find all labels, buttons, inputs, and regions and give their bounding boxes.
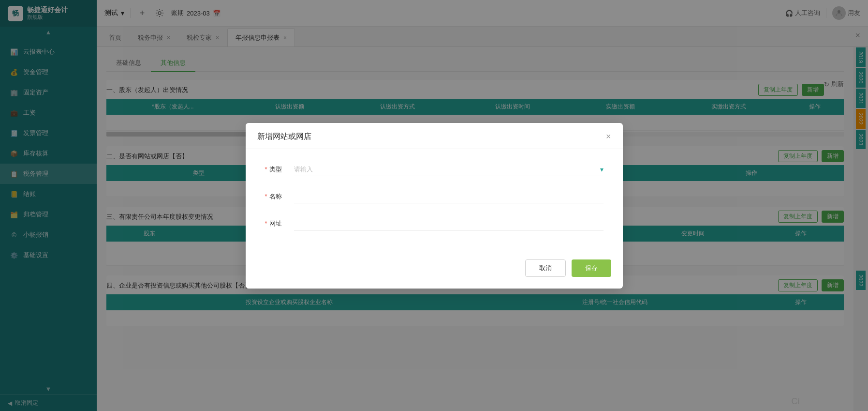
field-url-wrap <box>294 217 603 230</box>
modal-overlay: 新增网站或网店 × *类型 ▾ *名称 <box>0 0 868 411</box>
save-button[interactable]: 保存 <box>572 259 611 277</box>
field-name-wrap <box>294 190 603 203</box>
field-type-label: *类型 <box>265 165 294 174</box>
modal-footer: 取消 保存 <box>246 256 623 289</box>
modal-close-button[interactable]: × <box>606 132 611 142</box>
modal-header: 新增网站或网店 × <box>246 123 623 149</box>
modal-body: *类型 ▾ *名称 *网 <box>246 149 623 256</box>
modal-title: 新增网站或网店 <box>257 132 311 142</box>
url-input[interactable] <box>294 217 603 230</box>
field-url-label: *网址 <box>265 219 294 228</box>
cancel-button[interactable]: 取消 <box>525 259 566 277</box>
type-input[interactable] <box>294 163 603 176</box>
required-star-type: * <box>265 166 267 173</box>
type-dropdown-icon[interactable]: ▾ <box>600 166 603 173</box>
field-name-label: *名称 <box>265 192 294 201</box>
required-star-name: * <box>265 193 267 200</box>
field-type-wrap: ▾ <box>294 163 603 176</box>
modal-field-url: *网址 <box>265 217 603 230</box>
name-input[interactable] <box>294 190 603 203</box>
modal-field-name: *名称 <box>265 190 603 203</box>
required-star-url: * <box>265 220 267 227</box>
modal-field-type: *类型 ▾ <box>265 163 603 176</box>
add-website-modal: 新增网站或网店 × *类型 ▾ *名称 <box>246 123 623 289</box>
